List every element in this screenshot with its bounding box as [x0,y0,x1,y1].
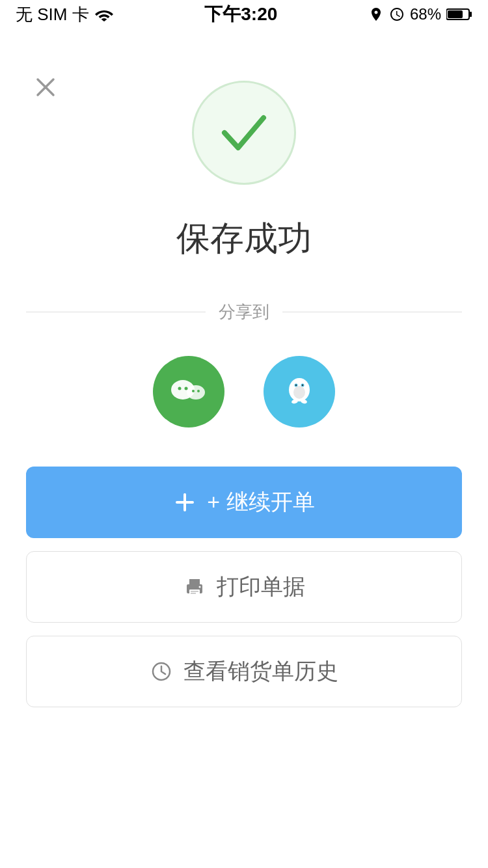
alarm-icon [389,7,405,22]
share-qq-button[interactable] [264,356,335,427]
buttons-section: + 继续开单 打印单据 查看销货单历史 [0,467,488,707]
print-icon [183,575,206,599]
plus-icon [173,491,197,514]
svg-rect-1 [470,12,472,17]
svg-rect-2 [448,10,463,18]
wechat-icon [166,369,211,414]
no-sim-text: 无 SIM 卡 [16,3,89,26]
location-icon [368,7,384,22]
svg-rect-27 [191,593,196,594]
history-button[interactable]: 查看销货单历史 [26,636,462,707]
status-time: 下午3:20 [204,2,277,27]
history-label: 查看销货单历史 [183,657,338,686]
svg-point-6 [187,385,205,400]
share-divider-text: 分享到 [206,301,282,323]
share-section: 分享到 [0,301,488,427]
status-bar: 无 SIM 卡 下午3:20 68% [0,0,488,29]
svg-point-28 [199,586,201,588]
svg-point-20 [293,386,305,399]
battery-text: 68% [410,5,441,23]
svg-point-8 [185,387,188,390]
main-content: 保存成功 分享到 [0,29,488,868]
status-right: 68% [368,5,472,23]
svg-point-9 [192,390,195,392]
svg-rect-24 [189,579,200,586]
close-button[interactable] [26,68,65,107]
history-icon [150,660,173,683]
continue-label: + 继续开单 [207,487,314,517]
share-wechat-button[interactable] [153,356,224,427]
continue-order-button[interactable]: + 继续开单 [26,467,462,538]
share-icons-container [26,356,462,427]
svg-rect-26 [191,591,198,592]
success-icon-circle [192,81,296,185]
svg-point-15 [295,385,297,386]
success-title: 保存成功 [176,216,312,262]
close-icon [34,75,57,99]
status-left: 无 SIM 卡 [16,3,114,26]
wifi-icon [94,7,114,21]
svg-point-16 [302,385,303,386]
svg-point-7 [178,387,182,390]
svg-point-10 [197,390,200,392]
battery-icon [446,8,472,21]
svg-rect-25 [189,590,200,595]
qq-icon [277,369,322,414]
share-divider: 分享到 [26,301,462,323]
checkmark-icon [215,103,273,162]
print-button[interactable]: 打印单据 [26,551,462,623]
print-label: 打印单据 [217,572,305,602]
